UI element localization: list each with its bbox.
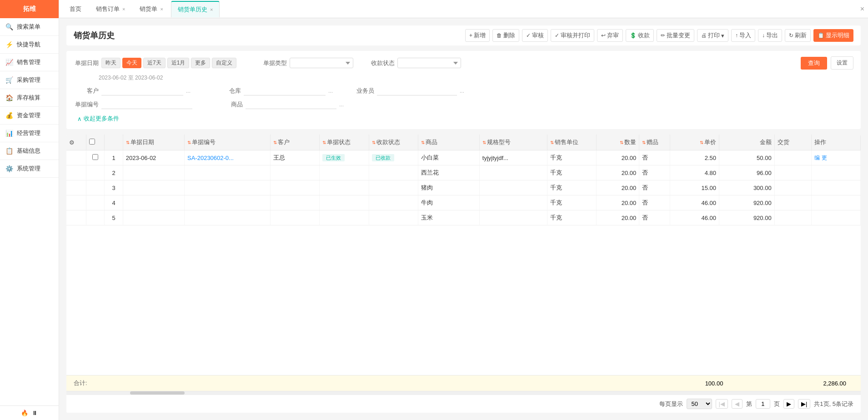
date-btn-more[interactable]: 更多 [191, 58, 210, 68]
row-customer-cell: 王总 [271, 150, 320, 165]
column-goods[interactable]: ⇅商品 [418, 135, 479, 150]
sidebar-item-ops-mgmt[interactable]: 📊 经营管理 [0, 125, 59, 142]
date-btn-yesterday[interactable]: 昨天 [101, 58, 120, 68]
row-doc-status-cell [320, 165, 369, 180]
column-unit[interactable]: ⇅销售单位 [547, 135, 596, 150]
quick-nav-icon: ⚡ [5, 41, 13, 48]
prev-page-button[interactable]: ◀ [732, 399, 743, 409]
column-doc-date[interactable]: ⇅单据日期 [123, 135, 184, 150]
date-btn-7days[interactable]: 近7天 [143, 58, 166, 68]
column-doc-status[interactable]: ⇅单据状态 [320, 135, 369, 150]
column-spec[interactable]: ⇅规格型号 [479, 135, 547, 150]
row-date-cell [123, 165, 184, 180]
sidebar-item-quick-nav[interactable]: ⚡ 快捷导航 [0, 36, 59, 54]
filter-row-3: 单据编号 商品 ... [74, 100, 853, 109]
delete-button[interactable]: 🗑 删除 [492, 29, 519, 42]
settings-button[interactable]: 设置 [831, 56, 853, 70]
horizontal-scrollbar[interactable] [66, 391, 861, 395]
doc-no-input[interactable] [101, 100, 192, 109]
next-page-button[interactable]: ▶ [783, 399, 794, 409]
row-gear-cell [66, 165, 86, 180]
column-customer[interactable]: ⇅客户 [271, 135, 320, 150]
customer-input[interactable] [101, 86, 183, 95]
filter-warehouse: 仓库 ... [216, 86, 333, 95]
date-btn-today[interactable]: 今天 [122, 58, 141, 68]
tab-sales-order[interactable]: 销售订单 × [89, 1, 132, 17]
column-qty[interactable]: ⇅数量 [596, 135, 639, 150]
import-button[interactable]: ↑ 导入 [731, 29, 755, 42]
batch-change-icon: ✏ [661, 32, 665, 39]
staff-input[interactable] [377, 86, 457, 95]
page-header: 销货单历史 + 新增 🗑 删除 ✓ 审核 ✓ 审核并打印 [66, 25, 861, 45]
sidebar-item-search-menu[interactable]: 🔍 搜索菜单 [0, 18, 59, 36]
first-page-button[interactable]: |◀ [716, 399, 728, 409]
page-size-label: 每页显示 [659, 400, 683, 408]
column-pay-status[interactable]: ⇅收款状态 [369, 135, 418, 150]
tab-sales-history-close[interactable]: × [210, 7, 213, 12]
sidebar-item-sales-mgmt[interactable]: 📈 销售管理 [0, 54, 59, 71]
doc-type-select[interactable] [290, 58, 353, 68]
date-btn-1month[interactable]: 近1月 [167, 58, 190, 68]
print-button[interactable]: 🖨 打印 ▾ [697, 29, 728, 42]
column-doc-no[interactable]: ⇅单据编号 [185, 135, 271, 150]
audit-print-button[interactable]: ✓ 审核并打印 [551, 29, 594, 42]
fire-icon[interactable]: 🔥 [21, 410, 28, 416]
page-size-select[interactable]: 50 100 200 [687, 399, 712, 409]
row-checkbox[interactable] [92, 154, 98, 160]
page-number-input[interactable] [756, 399, 770, 409]
tab-home[interactable]: 首页 [63, 1, 88, 17]
customer-ellipsis[interactable]: ... [186, 88, 191, 94]
row-unit-cell: 千克 [547, 150, 596, 165]
row-deal-cell [774, 180, 811, 195]
row-pay-status-cell [369, 180, 418, 195]
sort-icon: ⇅ [273, 140, 277, 145]
more-conditions-toggle[interactable]: ∧ 收起更多条件 [74, 114, 853, 124]
sidebar-item-basic-info[interactable]: 📋 基础信息 [0, 142, 59, 160]
doc-no-link[interactable]: SA-20230602-0... [187, 155, 234, 161]
filter-actions: 查询 设置 [801, 56, 853, 70]
column-gear[interactable]: ⚙ [66, 135, 86, 150]
window-close-button[interactable]: × [860, 5, 864, 13]
show-detail-button[interactable]: 📋 显示明细 [813, 29, 853, 42]
table-scroll-wrapper[interactable]: ⚙ ⇅单据日期 ⇅单据编号 ⇅客户 ⇅单据状态 ⇅收款状态 ⇅商品 ⇅规格型号 … [66, 135, 861, 375]
purchase-mgmt-icon: 🛒 [5, 76, 13, 84]
last-page-button[interactable]: ▶| [798, 399, 810, 409]
sidebar-item-finance-mgmt[interactable]: 💰 资金管理 [0, 107, 59, 125]
sidebar-item-inventory-calc[interactable]: 🏠 库存核算 [0, 89, 59, 107]
row-gift-cell: 否 [639, 210, 670, 225]
tab-sales-goods[interactable]: 销货单 × [133, 1, 170, 17]
export-button[interactable]: ↓ 导出 [758, 29, 782, 42]
warehouse-input[interactable] [244, 86, 326, 95]
sidebar-item-purchase-mgmt[interactable]: 🛒 采购管理 [0, 71, 59, 89]
staff-ellipsis[interactable]: ... [460, 88, 464, 94]
inventory-calc-icon: 🏠 [5, 94, 13, 101]
export-icon: ↓ [762, 32, 765, 39]
more-action[interactable]: 更 [822, 155, 827, 161]
filter-row-1: 单据日期 昨天 今天 近7天 近1月 更多 自定义 单据类型 [74, 56, 853, 70]
sidebar-item-sys-mgmt[interactable]: ⚙️ 系统管理 [0, 160, 59, 178]
staff-label: 业务员 [349, 87, 374, 95]
chevron-up-icon: ∧ [77, 115, 82, 122]
audit-button[interactable]: ✓ 审核 [522, 29, 548, 42]
refresh-button[interactable]: ↻ 刷新 [785, 29, 811, 42]
batch-change-button[interactable]: ✏ 批量变更 [657, 29, 694, 42]
date-btn-custom[interactable]: 自定义 [212, 58, 236, 68]
collect-button[interactable]: 💲 收款 [626, 29, 654, 42]
row-gift-cell: 否 [639, 195, 670, 210]
goods-input[interactable] [246, 100, 336, 109]
new-button[interactable]: + 新增 [465, 29, 490, 42]
basic-info-icon: 📋 [5, 147, 13, 155]
edit-action[interactable]: 编 [814, 155, 820, 161]
goods-ellipsis[interactable]: ... [339, 101, 344, 108]
tab-sales-history[interactable]: 销货单历史 × [171, 1, 220, 17]
select-all-checkbox[interactable] [89, 139, 95, 145]
abandon-button[interactable]: ↩ 弃审 [597, 29, 623, 42]
warehouse-ellipsis[interactable]: ... [328, 88, 333, 94]
column-price[interactable]: ⇅单价 [670, 135, 719, 150]
tab-sales-order-close[interactable]: × [122, 6, 125, 12]
query-button[interactable]: 查询 [801, 57, 827, 70]
pay-status-select[interactable] [397, 58, 461, 68]
pause-icon[interactable]: ⏸ [32, 410, 38, 416]
column-gift[interactable]: ⇅赠品 [639, 135, 670, 150]
tab-sales-goods-close[interactable]: × [160, 6, 163, 12]
